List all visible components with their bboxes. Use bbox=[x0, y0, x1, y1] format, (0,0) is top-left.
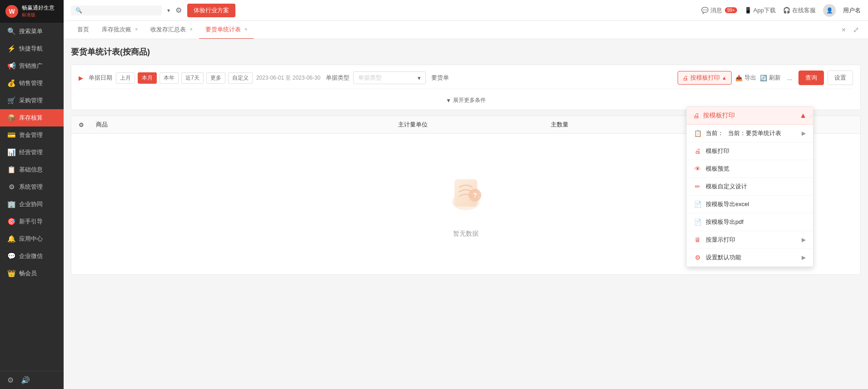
sidebar: W 畅赢通好生意 标准版 🔍 搜索菜单 ⚡ 快捷导航 📢 营销推广 💰 销售管理… bbox=[0, 0, 64, 389]
col-unit-header: 主计量单位 bbox=[398, 121, 547, 129]
sidebar-item-sales[interactable]: 💰 销售管理 bbox=[0, 75, 64, 92]
template-print-item[interactable]: 🖨 模板打印 bbox=[687, 142, 813, 160]
export-excel-icon: 📄 bbox=[694, 201, 701, 208]
last-month-btn[interactable]: 上月 bbox=[116, 72, 135, 84]
app-download-icon: 📱 bbox=[744, 7, 752, 14]
filter-expand-toggle[interactable]: ▶ bbox=[79, 75, 83, 81]
marketing-icon: 📢 bbox=[7, 62, 15, 70]
page-title: 要货单统计表(按商品) bbox=[71, 46, 861, 57]
default-func-chevron: ▶ bbox=[802, 254, 806, 261]
tab-close-order-stats[interactable]: × bbox=[244, 27, 247, 32]
default-func-item[interactable]: ⚙ 设置默认功能 ▶ bbox=[687, 249, 813, 267]
enterprise-wechat-icon: 💬 bbox=[7, 252, 15, 260]
order-type-label-section: 要货单 bbox=[431, 74, 449, 82]
export-pdf-item[interactable]: 📄 按模板导出pdf bbox=[687, 213, 813, 231]
settings-btn[interactable]: 设置 bbox=[828, 71, 853, 85]
print-dropdown: 🖨 按模板打印 ▲ 📋 当前： 当前：要货单统计表 ▶ 🖨 模板打印 bbox=[686, 106, 813, 267]
type-select[interactable]: 单据类型 ▾ bbox=[353, 71, 426, 84]
sidebar-item-marketing[interactable]: 📢 营销推广 bbox=[0, 57, 64, 75]
sidebar-item-inventory[interactable]: 📦 库存核算 bbox=[0, 109, 64, 126]
print-dropdown-icon: 🖨 bbox=[693, 112, 699, 119]
print-dropdown-close-chevron[interactable]: ▲ bbox=[799, 111, 807, 120]
template-design-item[interactable]: ✏ 模板自定义设计 bbox=[687, 178, 813, 196]
tab-receivable-summary[interactable]: 收发存汇总表 × bbox=[144, 21, 199, 39]
sidebar-item-operations[interactable]: 📊 经营管理 bbox=[0, 144, 64, 161]
tab-inventory-batch[interactable]: 库存批次账 × bbox=[95, 21, 144, 39]
online-service-btn[interactable]: 🎧 在线客服 bbox=[783, 6, 816, 15]
sidebar-item-basic-info[interactable]: 📋 基础信息 bbox=[0, 161, 64, 178]
basic-info-icon: 📋 bbox=[7, 166, 15, 174]
export-btn[interactable]: 📤 导出 bbox=[735, 74, 756, 82]
finance-icon: 💳 bbox=[7, 131, 15, 139]
search-menu-icon: 🔍 bbox=[7, 27, 15, 35]
print-dropdown-header[interactable]: 🖨 按模板打印 ▲ bbox=[687, 107, 813, 125]
topbar-search[interactable]: 🔍 bbox=[71, 5, 162, 15]
industry-btn[interactable]: 体验行业方案 bbox=[187, 4, 235, 17]
member-icon: 👑 bbox=[7, 269, 15, 278]
main-area: 🔍 ▾ ⚙ 体验行业方案 💬 消息 99+ 📱 App下载 🎧 在线客服 👤 用 bbox=[64, 0, 868, 389]
print-dropdown-title: 按模板打印 bbox=[703, 111, 735, 120]
date-filter-section: 单据日期 上月 本月 本年 近7天 更多 自定义 2023-06-01 至 20… bbox=[89, 72, 320, 84]
tab-close-all-btn[interactable]: × bbox=[840, 26, 848, 34]
sidebar-item-enterprise[interactable]: 🏢 企业协同 bbox=[0, 196, 64, 213]
sidebar-item-search[interactable]: 🔍 搜索菜单 bbox=[0, 23, 64, 40]
app-download-btn[interactable]: 📱 App下载 bbox=[744, 6, 776, 15]
app-center-icon: 🔔 bbox=[7, 235, 15, 243]
custom-btn[interactable]: 自定义 bbox=[228, 72, 253, 84]
current-template-chevron: ▶ bbox=[802, 130, 806, 136]
current-template-item[interactable]: 📋 当前： 当前：要货单统计表 ▶ bbox=[687, 125, 813, 142]
tabs-actions: × ⤢ bbox=[840, 25, 861, 34]
content-area: 要货单统计表(按商品) ▶ 单据日期 上月 本月 本年 近7天 更多 bbox=[64, 39, 868, 389]
sidebar-item-guide[interactable]: 🎯 新手引导 bbox=[0, 213, 64, 230]
template-preview-icon: 👁 bbox=[694, 165, 701, 172]
current-year-btn[interactable]: 本年 bbox=[160, 72, 179, 84]
messages-btn[interactable]: 💬 消息 99+ bbox=[701, 6, 737, 15]
more-btn[interactable]: 更多 bbox=[206, 72, 225, 84]
col-settings-header[interactable]: ⚙ bbox=[79, 121, 92, 128]
sound-icon[interactable]: 🔊 bbox=[21, 376, 30, 384]
enterprise-icon: 🏢 bbox=[7, 200, 15, 208]
settings-col-icon: ⚙ bbox=[79, 121, 84, 128]
empty-svg-icon: ? bbox=[443, 170, 489, 216]
tabs-bar: 首页 库存批次账 × 收发存汇总表 × 要货单统计表 × × ⤢ bbox=[64, 21, 868, 39]
query-btn[interactable]: 查询 bbox=[798, 71, 824, 85]
topbar-gear-icon[interactable]: ⚙ bbox=[175, 6, 182, 15]
more-actions-btn[interactable]: ... bbox=[784, 74, 795, 82]
sidebar-item-member[interactable]: 👑 畅会员 bbox=[0, 265, 64, 282]
sales-icon: 💰 bbox=[7, 79, 15, 87]
type-select-chevron: ▾ bbox=[418, 75, 421, 81]
refresh-btn[interactable]: 🔄 刷新 bbox=[760, 74, 781, 82]
template-preview-item[interactable]: 👁 模板预览 bbox=[687, 160, 813, 178]
purchase-icon: 🛒 bbox=[7, 96, 15, 105]
type-filter-label: 单据类型 bbox=[326, 74, 349, 82]
tab-close-inventory-batch[interactable]: × bbox=[135, 27, 138, 32]
tab-close-receivable-summary[interactable]: × bbox=[190, 27, 192, 32]
export-pdf-icon: 📄 bbox=[694, 218, 701, 226]
sidebar-item-system[interactable]: ⚙ 系统管理 bbox=[0, 178, 64, 196]
display-print-item[interactable]: 🖥 按显示打印 ▶ bbox=[687, 231, 813, 249]
expand-more-row: ▼ 展开更多条件 bbox=[79, 89, 853, 104]
headset-icon: 🎧 bbox=[783, 7, 790, 14]
sidebar-item-enterprise-wechat[interactable]: 💬 企业微信 bbox=[0, 248, 64, 265]
expand-more-btn[interactable]: ▼ 展开更多条件 bbox=[79, 96, 853, 104]
user-avatar[interactable]: 👤 bbox=[823, 4, 836, 17]
tab-home[interactable]: 首页 bbox=[71, 21, 95, 39]
type-filter-section: 单据类型 单据类型 ▾ bbox=[326, 71, 426, 84]
refresh-icon: 🔄 bbox=[760, 75, 767, 81]
last-7-days-btn[interactable]: 近7天 bbox=[181, 72, 204, 84]
tab-order-stats[interactable]: 要货单统计表 × bbox=[199, 21, 254, 39]
date-buttons: 上月 本月 本年 近7天 更多 自定义 bbox=[116, 72, 253, 84]
topbar: 🔍 ▾ ⚙ 体验行业方案 💬 消息 99+ 📱 App下载 🎧 在线客服 👤 用 bbox=[64, 0, 868, 21]
sidebar-bottom: ⚙ 🔊 bbox=[0, 371, 64, 389]
current-month-btn[interactable]: 本月 bbox=[138, 72, 157, 84]
tab-maximize-btn[interactable]: ⤢ bbox=[851, 25, 861, 34]
print-template-btn[interactable]: 🖨 按模板打印 ▲ bbox=[678, 71, 732, 85]
sidebar-item-quick-nav[interactable]: ⚡ 快捷导航 bbox=[0, 40, 64, 57]
sidebar-item-finance[interactable]: 💳 资金管理 bbox=[0, 126, 64, 144]
settings-icon[interactable]: ⚙ bbox=[7, 376, 14, 384]
col-qty-header: 主数量 bbox=[551, 121, 700, 129]
sidebar-item-purchase[interactable]: 🛒 采购管理 bbox=[0, 92, 64, 109]
export-excel-item[interactable]: 📄 按模板导出excel bbox=[687, 196, 813, 213]
sidebar-item-app-center[interactable]: 🔔 应用中心 bbox=[0, 230, 64, 248]
topbar-dropdown[interactable]: ▾ bbox=[167, 7, 170, 14]
